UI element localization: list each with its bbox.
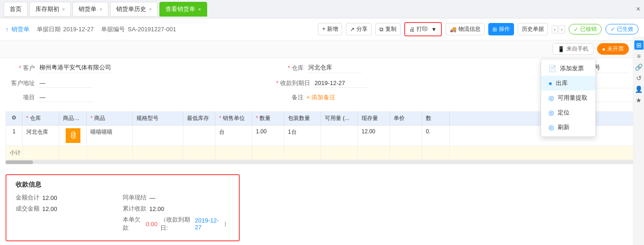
- toolbar: + 新增 ↗ 分享 ⧉ 复制 🖨 打印 ▼ 🚚: [318, 22, 638, 36]
- status-bar: 📱 来自手机 ● 未开票 ✓: [0, 40, 644, 58]
- print-dropdown-arrow[interactable]: ▼: [431, 26, 437, 33]
- tab-home-label: 首页: [10, 5, 22, 13]
- customer-value[interactable]: 柳州粤港平安气体有限公司: [38, 63, 113, 73]
- outbound-icon: ●: [548, 80, 552, 87]
- logistics-icon: 🚚: [450, 26, 457, 33]
- grid-view-icon[interactable]: ⊞: [634, 40, 644, 50]
- tab-home[interactable]: 首页: [4, 2, 28, 17]
- due-note-end: ）: [224, 220, 230, 228]
- address-label: 客户地址: [7, 79, 35, 87]
- tab-sales-history-close[interactable]: ×: [149, 6, 152, 12]
- not-opened-button[interactable]: ● 未开票: [597, 43, 629, 55]
- dropdown-refresh[interactable]: ◎ 刷新: [541, 120, 595, 135]
- refresh-panel-icon[interactable]: ↺: [634, 74, 644, 83]
- print-button[interactable]: 🖨 打印 ▼: [406, 23, 441, 35]
- copy-button[interactable]: ⧉ 复制: [375, 23, 401, 35]
- operations-icon: ⊞: [492, 26, 497, 33]
- tab-inventory-init[interactable]: 库存期初 ×: [29, 2, 71, 17]
- warehouse-label: 仓库: [276, 64, 304, 72]
- scroll-thumb[interactable]: [6, 160, 33, 164]
- number-label: 单据编号: [101, 25, 125, 34]
- payment-title: 收款信息: [16, 181, 230, 189]
- due-value: 0.00: [146, 221, 157, 228]
- dropdown-outbound[interactable]: ● 出库: [541, 76, 595, 91]
- subtotal-unit: [215, 146, 252, 160]
- payment-due-field: 收款到期日 2019-12-27: [276, 79, 545, 88]
- operations-button[interactable]: ⊞ 操作: [488, 23, 514, 35]
- subtotal-row: 小计: [6, 146, 638, 160]
- payment-due-value[interactable]: 2019-12-27: [313, 79, 368, 88]
- add-note-button[interactable]: 添加备注: [306, 93, 335, 102]
- dropdown-locate[interactable]: ◎ 定位: [541, 105, 595, 120]
- row-warehouse[interactable]: 河北仓库: [23, 125, 59, 146]
- window-close-button[interactable]: ×: [636, 5, 640, 13]
- date-label: 单据日期: [37, 25, 61, 34]
- horizontal-scrollbar[interactable]: [6, 160, 638, 164]
- due-spacer: [16, 216, 123, 232]
- available-qty-label: 可用量提取: [558, 94, 588, 102]
- sales-order-icon: ↑: [6, 26, 9, 33]
- main-content: ↑ 销货单 单据日期 2019-12-27 单据编号 SA-20191227-0…: [0, 18, 644, 245]
- row-image: 🛢: [59, 125, 87, 146]
- transaction-col: 成交金额 12.00: [16, 205, 123, 213]
- col-header-available: 可用量 (...: [321, 112, 358, 125]
- already-effect-button[interactable]: ✓ 已生效: [605, 24, 638, 34]
- already-sold-button[interactable]: ✓ 已核销: [569, 24, 602, 34]
- doc-header: ↑ 销货单 单据日期 2019-12-27 单据编号 SA-20191227-0…: [0, 18, 644, 40]
- available-qty-icon: ◎: [548, 94, 554, 102]
- tab-sales-history[interactable]: 销货单历史 ×: [110, 2, 158, 17]
- tab-view-sales-close[interactable]: ×: [198, 6, 201, 12]
- user-icon[interactable]: 👤: [634, 85, 644, 94]
- add-invoice-icon: 📄: [548, 65, 556, 72]
- payment-due-label: 收款到期日: [276, 79, 310, 87]
- list-view-icon[interactable]: ≡: [634, 51, 644, 61]
- link-icon[interactable]: 🔗: [634, 63, 644, 72]
- dropdown-available-qty[interactable]: ◎ 可用量提取: [541, 91, 595, 105]
- row-product[interactable]: 嘻嘻嘻嘻: [87, 125, 133, 146]
- refresh-label: 刷新: [558, 123, 570, 131]
- new-button[interactable]: + 新增: [318, 23, 342, 35]
- warehouse-value[interactable]: 河北仓库: [306, 63, 362, 73]
- due-date: 2019-12-27: [195, 217, 221, 231]
- subtotal-spec: [133, 146, 183, 160]
- history-button[interactable]: 历史单据: [518, 23, 548, 35]
- star-icon[interactable]: ★: [634, 96, 644, 105]
- nav-arrows: ‹ ›: [552, 25, 565, 34]
- col-header-amount: 数: [422, 112, 450, 125]
- dropdown-add-invoice[interactable]: 📄 添加发票: [541, 61, 595, 76]
- from-phone-button[interactable]: 📱 来自手机: [553, 43, 593, 55]
- logistics-button[interactable]: 🚚 物流信息: [446, 23, 485, 35]
- subtotal-image: [59, 146, 87, 160]
- tab-sales-order-close[interactable]: ×: [99, 6, 102, 12]
- col-header-settings[interactable]: ⚙: [6, 112, 23, 125]
- add-invoice-label: 添加发票: [560, 64, 584, 73]
- tab-view-sales[interactable]: 查看销货单 ×: [159, 2, 207, 17]
- row-pack: 1台: [284, 125, 321, 146]
- col-header-minstock: 最低库存: [183, 112, 215, 125]
- prev-button[interactable]: ‹: [552, 25, 558, 34]
- tab-sales-order[interactable]: 销货单 ×: [73, 2, 108, 17]
- subtotal-label: 小计: [6, 146, 23, 160]
- share-button[interactable]: ↗ 分享: [346, 23, 372, 35]
- tab-view-sales-label: 查看销货单: [165, 5, 195, 13]
- same-order-col: 同单现结 —: [123, 194, 230, 202]
- row-minstock: [183, 125, 215, 146]
- subtotal-amount: [422, 146, 450, 160]
- row-spec: [133, 125, 183, 146]
- tab-bar: 首页 库存期初 × 销货单 × 销货单历史 × 查看销货单 × ×: [0, 0, 644, 18]
- tab-inventory-init-label: 库存期初: [35, 5, 59, 13]
- payment-row-1: 金额合计 12.00 同单现结 —: [16, 194, 230, 202]
- transaction-value: 12.00: [42, 205, 57, 212]
- phone-icon: 📱: [558, 46, 565, 52]
- next-button[interactable]: ›: [559, 25, 565, 34]
- subtotal-minstock: [183, 146, 215, 160]
- total-value: 12.00: [42, 194, 57, 201]
- doc-type-label: 销货单: [11, 25, 29, 34]
- payment-info-box: 收款信息 金额合计 12.00 同单现结 — 成交金额 12.00 累计收款: [6, 174, 240, 241]
- row-available: [321, 125, 358, 146]
- tab-inventory-init-close[interactable]: ×: [62, 6, 65, 12]
- row-num: 1: [6, 125, 23, 146]
- due-col: 本单欠款 0.00 （收款到期日: 2019-12-27 ）: [123, 216, 230, 232]
- row-stock: 12.00: [358, 125, 390, 146]
- col-header-qty: * 数量: [252, 112, 284, 125]
